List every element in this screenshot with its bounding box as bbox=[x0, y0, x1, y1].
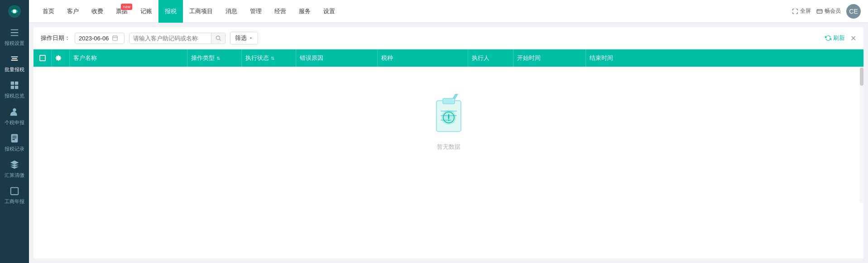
content: 操作日期： 2023-06-06 筛选 刷新 ✕ bbox=[29, 23, 868, 263]
settings-icon bbox=[8, 26, 21, 39]
piaoju-badge: new bbox=[121, 4, 132, 10]
th-start-time: 开始时间 bbox=[513, 49, 586, 67]
th-exec-status: 执行状态 ⇅ bbox=[242, 49, 296, 67]
topnav-right: 全屏 畅会员 CE bbox=[792, 4, 861, 19]
empty-text: 暂无数据 bbox=[437, 143, 460, 151]
nav-customer[interactable]: 客户 bbox=[61, 0, 85, 23]
nav-shoufei[interactable]: 收费 bbox=[85, 0, 110, 23]
sidebar-item-label: 批量报税 bbox=[5, 67, 24, 73]
sidebar-item-baoshui-jilu[interactable]: 报税记录 bbox=[0, 128, 29, 155]
member-label: 畅会员 bbox=[825, 7, 841, 15]
sidebar-item-label: 报税记录 bbox=[5, 146, 24, 152]
th-executor: 执行人 bbox=[468, 49, 513, 67]
nav-jingying[interactable]: 经营 bbox=[268, 0, 293, 23]
annual-icon bbox=[8, 185, 21, 197]
avatar-text: CE bbox=[849, 8, 858, 15]
date-picker[interactable]: 2023-06-06 bbox=[75, 33, 125, 44]
sidebar-item-label: 报税设置 bbox=[5, 40, 24, 46]
fullscreen-button[interactable]: 全屏 bbox=[792, 7, 811, 15]
svg-rect-5 bbox=[15, 86, 18, 89]
nav-baoshui[interactable]: 报税 bbox=[158, 0, 183, 23]
svg-rect-7 bbox=[11, 188, 19, 195]
filter-label: 筛选 bbox=[235, 34, 247, 42]
chevron-down-icon bbox=[249, 36, 253, 40]
nav-gongshang[interactable]: 工商项目 bbox=[183, 0, 219, 23]
toolbar-right: 刷新 ✕ bbox=[825, 34, 856, 43]
sidebar-item-geshui-shenbao[interactable]: 个税申报 bbox=[0, 102, 29, 128]
nav-xiaoxi[interactable]: 消息 bbox=[219, 0, 244, 23]
sidebar-item-label: 个税申报 bbox=[5, 120, 24, 126]
person-tax-icon bbox=[8, 106, 21, 118]
member-button[interactable]: 畅会员 bbox=[816, 7, 841, 15]
select-all-checkbox[interactable] bbox=[39, 55, 46, 61]
th-operation-type: 操作类型 ⇅ bbox=[187, 49, 242, 67]
th-settings bbox=[52, 49, 70, 67]
overview-icon bbox=[8, 79, 21, 92]
search-input[interactable] bbox=[129, 33, 211, 44]
empty-state: 暂无数据 bbox=[34, 67, 863, 169]
record-icon bbox=[8, 132, 21, 145]
search-icon bbox=[215, 35, 221, 41]
table-wrap: 客户名称 操作类型 ⇅ 执行状态 ⇅ 错误原因 税种 执行人 bbox=[34, 49, 863, 258]
svg-point-19 bbox=[448, 120, 449, 121]
th-error-reason: 错误原因 bbox=[296, 49, 378, 67]
gear-icon bbox=[55, 55, 62, 61]
table-header: 客户名称 操作类型 ⇅ 执行状态 ⇅ 错误原因 税种 执行人 bbox=[34, 49, 863, 67]
svg-rect-8 bbox=[817, 9, 822, 13]
refresh-label: 刷新 bbox=[833, 34, 845, 42]
nav-jizhang[interactable]: 记账 bbox=[134, 0, 158, 23]
sidebar-item-baoshui-zonglam[interactable]: 报税总览 bbox=[0, 75, 29, 102]
sort-icon-status[interactable]: ⇅ bbox=[271, 56, 274, 61]
sort-icon-op[interactable]: ⇅ bbox=[216, 56, 220, 61]
sidebar-item-label: 报税总览 bbox=[5, 93, 24, 99]
nav-fuwu[interactable]: 服务 bbox=[293, 0, 317, 23]
table-body: 暂无数据 bbox=[34, 67, 863, 203]
date-value: 2023-06-06 bbox=[79, 35, 109, 42]
filter-button[interactable]: 筛选 bbox=[230, 32, 258, 44]
batch-icon bbox=[8, 53, 21, 65]
nav-guanli[interactable]: 管理 bbox=[244, 0, 268, 23]
scroll-thumb[interactable] bbox=[860, 68, 863, 86]
main-wrap: 首页 客户 收费 票据 new 记账 报税 工商项目 消息 管理 经营 bbox=[29, 0, 868, 263]
th-end-time: 结束时间 bbox=[586, 49, 649, 67]
empty-illustration bbox=[428, 94, 469, 139]
search-wrap bbox=[129, 33, 225, 44]
sidebar-item-label: 汇算清缴 bbox=[5, 172, 24, 178]
svg-rect-2 bbox=[11, 82, 14, 85]
sidebar-item-piliang-baoshui[interactable]: 批量报税 bbox=[0, 49, 29, 75]
scroll-track[interactable] bbox=[860, 67, 863, 203]
search-button[interactable] bbox=[211, 33, 225, 43]
svg-point-1 bbox=[13, 10, 16, 13]
th-client-name: 客户名称 bbox=[70, 49, 187, 67]
avatar[interactable]: CE bbox=[846, 4, 861, 19]
fullscreen-label: 全屏 bbox=[800, 7, 811, 15]
sidebar-logo[interactable] bbox=[0, 0, 29, 23]
svg-rect-4 bbox=[11, 86, 14, 89]
svg-rect-20 bbox=[452, 94, 460, 100]
sidebar: 报税设置 批量报税 报税总览 个税申报 报税记录 汇算清缴 工商 bbox=[0, 0, 29, 263]
refresh-icon bbox=[825, 35, 831, 41]
nav-piaoju[interactable]: 票据 new bbox=[110, 0, 134, 23]
nav-shezhi[interactable]: 设置 bbox=[317, 0, 341, 23]
toolbar: 操作日期： 2023-06-06 筛选 刷新 ✕ bbox=[34, 27, 863, 49]
sidebar-item-label: 工商年报 bbox=[5, 199, 24, 205]
svg-point-6 bbox=[13, 108, 16, 111]
sidebar-item-huisuan[interactable]: 汇算清缴 bbox=[0, 155, 29, 181]
svg-rect-9 bbox=[112, 36, 117, 40]
sidebar-item-baoshui-shezhi[interactable]: 报税设置 bbox=[0, 23, 29, 49]
calendar-icon bbox=[112, 35, 118, 41]
th-tax-type: 税种 bbox=[378, 49, 468, 67]
th-checkbox[interactable] bbox=[34, 49, 52, 67]
close-button[interactable]: ✕ bbox=[850, 34, 856, 43]
nav-home[interactable]: 首页 bbox=[36, 0, 61, 23]
date-label: 操作日期： bbox=[41, 34, 70, 42]
svg-point-10 bbox=[216, 36, 220, 39]
svg-rect-3 bbox=[15, 82, 18, 85]
sidebar-item-gongshang-nianbao[interactable]: 工商年报 bbox=[0, 181, 29, 207]
summary-icon bbox=[8, 158, 21, 171]
refresh-button[interactable]: 刷新 bbox=[825, 34, 845, 42]
topnav: 首页 客户 收费 票据 new 记账 报税 工商项目 消息 管理 经营 bbox=[29, 0, 868, 23]
